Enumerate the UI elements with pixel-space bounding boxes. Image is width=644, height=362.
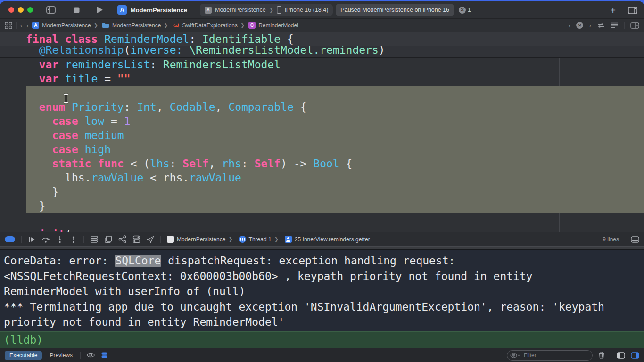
activity-status[interactable]: Paused ModernPersistence on iPhone 16 <box>336 4 454 16</box>
editor-options-icon[interactable] <box>611 22 619 28</box>
adjacent-editors-icon[interactable] <box>597 23 605 28</box>
console-view-toggle[interactable] <box>631 352 639 359</box>
forward-button[interactable]: › <box>26 22 29 29</box>
divider <box>624 22 625 29</box>
console-line: CoreData: error: SQLCore dispatchRequest… <box>4 253 644 269</box>
output-visibility-icon[interactable] <box>86 352 95 358</box>
chevron-right-icon: ❯ <box>228 236 232 242</box>
sticky-declaration-line: final class ReminderModel: Identifiable … <box>0 32 644 46</box>
code-lines: var remindersList: RemindersListModelvar… <box>0 58 644 227</box>
code-line <box>0 86 644 100</box>
clipped-scrolled-line: @Relationship(inverse: \RemindersListMod… <box>0 46 644 58</box>
debug-breadcrumb-thread[interactable]: Thread 1 ❯ <box>239 236 279 243</box>
code-line: init( <box>0 227 644 232</box>
code-editor[interactable]: final class ReminderModel: Identifiable … <box>0 32 644 232</box>
console-line: *** Terminating app due to uncaught exce… <box>4 299 644 315</box>
chevron-right-icon: ❯ <box>94 22 98 28</box>
code-line: } <box>0 185 644 199</box>
debug-breadcrumb-frame[interactable]: 25 InnerView.reminders.getter <box>285 236 370 243</box>
code-line: final class ReminderModel: Identifiable … <box>0 32 644 46</box>
divider <box>160 236 161 243</box>
environment-overrides-active-icon[interactable] <box>101 352 108 359</box>
simulate-location-icon[interactable] <box>147 236 154 243</box>
zoom-window-button[interactable] <box>27 7 33 13</box>
environment-overrides-icon[interactable] <box>132 235 140 243</box>
divider <box>611 352 611 359</box>
code-line: } <box>0 199 644 213</box>
debug-bar: ModernPersistence ❯ Thread 1 ❯ 25 InnerV… <box>0 232 644 246</box>
issue-count: 1 <box>468 7 471 13</box>
divider <box>21 236 22 243</box>
clear-console-trash-icon[interactable] <box>598 352 605 359</box>
code-line: var title = "" <box>0 72 644 86</box>
swift-icon <box>172 22 180 29</box>
step-into-button[interactable] <box>56 236 64 243</box>
memory-graph-icon[interactable] <box>104 236 112 243</box>
console-filter-field[interactable] <box>507 350 593 361</box>
text-cursor-pointer <box>63 93 69 104</box>
chevron-right-icon: ❯ <box>274 236 279 242</box>
divider <box>83 236 84 243</box>
console-lines-count: 9 lines <box>603 236 619 243</box>
toolbar-center: A ModernPersistence ❯ iPhone 16 (18.4) P… <box>200 4 471 16</box>
traffic-lights <box>8 7 33 13</box>
titlebar: A ModernPersistence A ModernPersistence … <box>0 1 644 19</box>
issue-indicator-icon[interactable]: ✕ <box>576 22 583 29</box>
step-out-button[interactable] <box>70 236 77 243</box>
debug-breadcrumb-process[interactable]: ModernPersistence ❯ <box>167 236 233 243</box>
next-issue-button[interactable]: › <box>589 22 591 29</box>
minimize-window-button[interactable] <box>18 7 24 13</box>
pane-splitter[interactable] <box>0 246 644 250</box>
jump-bar: ‹ › A ModernPersistence ❯ ModernPersiste… <box>0 19 644 32</box>
chevron-right-icon: ❯ <box>269 7 273 13</box>
stop-button[interactable] <box>74 7 80 13</box>
stack-frame-icon <box>285 236 292 243</box>
breadcrumb-group[interactable]: ModernPersistence ❯ <box>102 22 168 29</box>
scheme-destination-menu[interactable]: A ModernPersistence ❯ iPhone 16 (18.4) <box>200 4 333 16</box>
code-line: static func < (lhs: Self, rhs: Self) -> … <box>0 156 644 171</box>
chevron-right-icon: ❯ <box>240 22 245 28</box>
add-editor-button[interactable] <box>630 22 639 29</box>
code-line: case high <box>0 142 644 156</box>
code-line: var remindersList: RemindersListModel <box>0 58 644 72</box>
related-items-icon[interactable] <box>5 22 12 29</box>
lldb-prompt-row[interactable]: (lldb) <box>0 331 644 348</box>
view-hierarchy-icon[interactable] <box>90 236 98 243</box>
code-line: case medium <box>0 128 644 142</box>
breadcrumb-project[interactable]: A ModernPersistence ❯ <box>32 22 98 29</box>
divider <box>80 352 81 359</box>
add-tab-button[interactable]: + <box>610 6 616 15</box>
continue-execution-button[interactable] <box>28 236 35 243</box>
run-button[interactable] <box>97 6 103 14</box>
inspector-sidebar-toggle-icon[interactable] <box>628 7 637 14</box>
lldb-prompt: (lldb) <box>4 334 43 346</box>
step-over-button[interactable] <box>41 236 50 243</box>
breakpoints-toggle[interactable] <box>5 236 15 242</box>
breadcrumb-file[interactable]: SwiftDataExplorations ❯ <box>172 22 245 29</box>
console-output: CoreData: error: SQLCore dispatchRequest… <box>0 250 644 331</box>
breadcrumb-symbol[interactable]: C ReminderModel <box>248 22 298 29</box>
console-line: priority not found in entity ReminderMod… <box>4 314 644 330</box>
scope-executable-button[interactable]: Executable <box>5 351 42 360</box>
previous-issue-button[interactable]: ‹ <box>569 22 571 29</box>
project-app-icon: A <box>117 5 127 15</box>
back-button[interactable]: ‹ <box>20 22 23 29</box>
error-circle-icon: ✕ <box>459 7 466 14</box>
console-line: <NSSQLFetchRequestContext: 0x600003b00b6… <box>4 269 644 284</box>
xcode-window: A ModernPersistence A ModernPersistence … <box>0 1 644 362</box>
scheme-name[interactable]: ModernPersistence <box>215 7 266 13</box>
variables-view-toggle[interactable] <box>617 352 625 359</box>
object-graph-icon[interactable] <box>118 235 126 243</box>
filter-input[interactable] <box>523 352 572 359</box>
folder-icon <box>102 22 109 28</box>
destination-name[interactable]: iPhone 16 (18.4) <box>285 7 328 13</box>
issue-badge[interactable]: ✕ 1 <box>459 7 471 14</box>
console-pane-toggle[interactable] <box>631 236 639 243</box>
status-text: Paused ModernPersistence on iPhone 16 <box>340 7 449 13</box>
process-icon <box>167 236 174 243</box>
scope-previews-button[interactable]: Previews <box>48 351 74 360</box>
navigator-sidebar-toggle-icon[interactable] <box>46 6 56 14</box>
close-window-button[interactable] <box>8 7 14 13</box>
filter-icon <box>510 353 520 358</box>
debug-console[interactable]: CoreData: error: SQLCore dispatchRequest… <box>0 250 644 348</box>
